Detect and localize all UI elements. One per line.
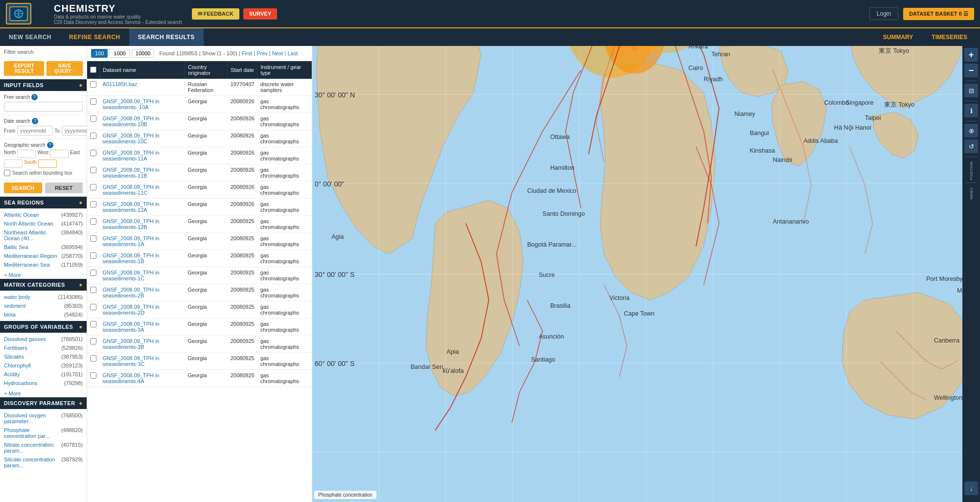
row-checkbox[interactable] xyxy=(90,201,96,207)
filter-button[interactable]: ⊟ xyxy=(964,84,978,97)
select-all-checkbox[interactable] xyxy=(90,67,96,73)
row-checkbox[interactable] xyxy=(90,98,96,105)
free-search-info-icon[interactable]: ? xyxy=(31,94,38,100)
zoom-out-button[interactable]: − xyxy=(964,64,978,77)
free-search-input[interactable] xyxy=(4,102,83,112)
dataset-link[interactable]: GNSF_2008.09_TPH in seasediments-2D xyxy=(103,304,160,316)
list-item[interactable]: Mediterranean Region(258770) xyxy=(0,251,87,260)
tab-summary[interactable]: SUMMARY xyxy=(875,28,921,46)
row-checkbox[interactable] xyxy=(90,321,96,327)
sea-regions-more[interactable]: + More xyxy=(0,271,87,279)
list-item[interactable]: Dissolved oxygen parameter...(768500) xyxy=(0,411,87,426)
dataset-link[interactable]: GNSF_2008.09_TPH in seasediments-1B xyxy=(103,252,160,264)
list-item[interactable]: Fertilisers(529826) xyxy=(0,343,87,352)
download-button[interactable]: ↓ xyxy=(964,481,978,495)
date-from-input[interactable] xyxy=(17,126,52,136)
results-next-link[interactable]: Next xyxy=(272,50,283,56)
geo-east-input[interactable] xyxy=(4,160,23,168)
tab-new-search[interactable]: NEW SEARCH xyxy=(0,28,60,46)
discovery-parameter-info-icon[interactable]: ● xyxy=(79,400,83,407)
list-item[interactable]: Atlantic Ocean(439927) xyxy=(0,210,87,219)
dataset-link[interactable]: GNSF_2008.09_TPH in seasediments-11A xyxy=(103,150,160,161)
geo-south-input[interactable] xyxy=(38,160,57,168)
dataset-link[interactable]: GNSF_2008.09_TPH in seasediments-12A xyxy=(103,201,160,213)
tab-search-results[interactable]: SEARCH RESULTS xyxy=(129,28,204,46)
dataset-link[interactable]: GNSF_2008.09_TPH in seasediments-12B xyxy=(103,218,160,230)
save-query-button[interactable]: SAVE QUERY ↑ xyxy=(47,61,83,76)
export-result-button[interactable]: EXPORT RESULT xyxy=(4,61,44,76)
row-checkbox[interactable] xyxy=(90,270,96,276)
row-checkbox[interactable] xyxy=(90,372,96,379)
list-item[interactable]: Silicate concentration param...(387929) xyxy=(0,455,87,470)
row-checkbox[interactable] xyxy=(90,115,96,122)
geo-search-info-icon[interactable]: ? xyxy=(47,142,53,148)
groups-of-variables-info-icon[interactable]: ● xyxy=(79,323,83,330)
row-checkbox[interactable] xyxy=(90,252,96,259)
tab-timeseries[interactable]: TIMESERIES xyxy=(924,28,975,46)
dataset-link[interactable]: GNSF_2008.09_TPH in seasediments- 10A xyxy=(103,98,160,110)
list-item[interactable]: Hydrocarbons(79298) xyxy=(0,379,87,388)
feedback-button[interactable]: ✉ FEEDBACK xyxy=(192,8,239,20)
results-prev-link[interactable]: Prev xyxy=(257,50,268,56)
refresh-button[interactable]: ↺ xyxy=(964,139,978,153)
survey-button[interactable]: SURVEY xyxy=(243,8,277,20)
geo-north-input[interactable] xyxy=(17,150,36,158)
dataset-link[interactable]: GNSF_2008.09_TPH in seasediments-3C xyxy=(103,355,160,367)
page-1000-button[interactable]: 1000 xyxy=(110,49,129,58)
unknown-button-1[interactable]: ⊕ xyxy=(964,124,978,137)
tab-refine-search[interactable]: REFINE SEARCH xyxy=(60,28,129,46)
row-checkbox[interactable] xyxy=(90,218,96,225)
page-100-button[interactable]: 100 xyxy=(91,49,108,58)
row-checkbox[interactable] xyxy=(90,133,96,139)
row-checkbox[interactable] xyxy=(90,81,96,88)
search-button[interactable]: SEARCH xyxy=(4,183,42,193)
list-item[interactable]: Silicates(387953) xyxy=(0,352,87,361)
row-checkbox[interactable] xyxy=(90,167,96,173)
dataset-link[interactable]: GNSF_2008.09_TPH in seasediments-4A xyxy=(103,372,160,384)
groups-more[interactable]: + More xyxy=(0,389,87,397)
matrix-categories-info-icon[interactable]: ● xyxy=(79,281,83,288)
row-checkbox[interactable] xyxy=(90,184,96,190)
dataset-link[interactable]: GNSF_2008.09_TPH in seasediments-1C xyxy=(103,270,160,281)
row-checkbox[interactable] xyxy=(90,355,96,362)
dataset-link[interactable]: GNSF_2008.09_TPH in seasediments-3B xyxy=(103,338,160,350)
map-background[interactable]: 60° 00' 00" N 30° 00' 00" N 0° 00' 00" 3… xyxy=(312,46,980,502)
row-checkbox[interactable] xyxy=(90,235,96,242)
date-search-info-icon[interactable]: ? xyxy=(32,118,38,124)
geo-west-input[interactable] xyxy=(50,150,69,158)
row-checkbox[interactable] xyxy=(90,304,96,310)
list-item[interactable]: Northeast Atlantic Ocean (40...(384840) xyxy=(0,228,87,243)
list-item[interactable]: North Atlantic Ocean(414747) xyxy=(0,219,87,228)
dataset-link[interactable]: A011185h.baz xyxy=(103,81,138,87)
list-item[interactable]: Mediterranean Sea(171059) xyxy=(0,260,87,269)
date-to-input[interactable] xyxy=(62,126,87,136)
dataset-link[interactable]: GNSF_2008.09_TPH in seasediments-10C xyxy=(103,133,160,144)
results-last-link[interactable]: Last xyxy=(287,50,298,56)
login-button[interactable]: Login xyxy=(869,7,898,20)
info-button[interactable]: ℹ xyxy=(964,104,978,117)
reset-button[interactable]: RESET xyxy=(45,183,83,193)
list-item[interactable]: biota(54824) xyxy=(0,310,87,319)
list-item[interactable]: water body(1143086) xyxy=(0,293,87,301)
dataset-link[interactable]: GNSF_2008.09_TPH in seasediments-1A xyxy=(103,235,160,247)
dataset-link[interactable]: GNSF_2008.09_TPH in seasediments-11C xyxy=(103,184,160,196)
dataset-link[interactable]: GNSF_2008.09_TPH in seasediments-2B xyxy=(103,287,160,298)
page-10000-button[interactable]: 10000 xyxy=(132,49,155,58)
list-item[interactable]: Baltic Sea(369594) xyxy=(0,243,87,251)
dataset-basket-button[interactable]: DATASET BASKET 0 ☰ xyxy=(903,8,974,20)
zoom-in-button[interactable]: + xyxy=(964,48,978,62)
results-first-link[interactable]: First xyxy=(242,50,252,56)
row-checkbox[interactable] xyxy=(90,150,96,156)
row-checkbox[interactable] xyxy=(90,287,96,293)
dataset-link[interactable]: GNSF_2008.09_TPH in seasediments-10B xyxy=(103,115,160,127)
row-checkbox[interactable] xyxy=(90,338,96,344)
list-item[interactable]: Nitrate concentration param...(407815) xyxy=(0,440,87,455)
bounding-box-checkbox[interactable] xyxy=(4,170,10,176)
list-item[interactable]: sediment(85303) xyxy=(0,301,87,310)
list-item[interactable]: Acidity(191701) xyxy=(0,370,87,379)
dataset-link[interactable]: GNSF_2008.09_TPH in seasediments-11B xyxy=(103,167,160,179)
dataset-link[interactable]: GNSF_2008.09_TPH in seasediments-3A xyxy=(103,321,160,333)
list-item[interactable]: Phosphate concentration par...(488820) xyxy=(0,426,87,440)
list-item[interactable]: Dissolved gasses(768501) xyxy=(0,335,87,343)
input-fields-info-icon[interactable]: ● xyxy=(79,82,83,89)
